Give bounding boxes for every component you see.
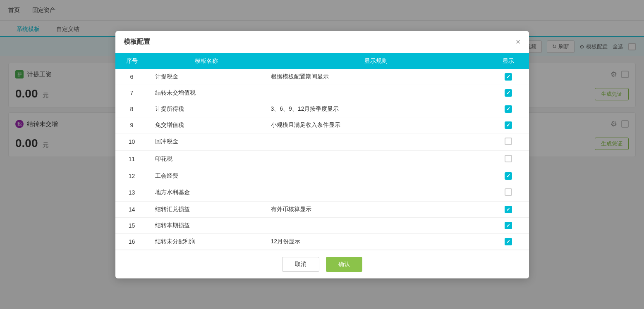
row-name: 免交增值税 (148, 117, 264, 133)
row-rule: 3、6、9、12月按季度显示 (264, 101, 488, 117)
row-id: 8 (115, 101, 148, 117)
row-checkbox[interactable] (505, 206, 512, 213)
modal-overlay: 模板配置 × 序号 模板名称 显示规则 显示 6计提税金根据模板配置期间显 (0, 0, 644, 309)
row-rule (264, 217, 488, 233)
col-header-display: 显示 (488, 53, 529, 69)
col-header-name: 模板名称 (148, 53, 264, 69)
row-checkbox[interactable] (505, 73, 512, 81)
row-rule: 根据模板配置期间显示 (264, 69, 488, 85)
row-id: 6 (115, 69, 148, 85)
row-rule: 有外币核算显示 (264, 201, 488, 217)
row-checkbox-cell (488, 101, 529, 117)
table-row: 15结转本期损益 (115, 217, 529, 233)
config-table: 序号 模板名称 显示规则 显示 6计提税金根据模板配置期间显示7结转未交增值税8… (115, 53, 529, 250)
row-checkbox[interactable] (505, 172, 512, 180)
table-row: 14结转汇兑损益有外币核算显示 (115, 201, 529, 217)
row-checkbox[interactable] (505, 188, 512, 196)
cancel-button[interactable]: 取消 (282, 257, 319, 272)
row-checkbox-cell (488, 217, 529, 233)
row-id: 14 (115, 201, 148, 217)
row-rule: 小规模且满足收入条件显示 (264, 117, 488, 133)
row-checkbox-cell (488, 133, 529, 150)
row-checkbox-cell (488, 201, 529, 217)
row-rule (264, 85, 488, 101)
row-name: 结转未分配利润 (148, 233, 264, 250)
table-row: 12工会经费 (115, 168, 529, 184)
table-row: 13地方水利基金 (115, 184, 529, 201)
table-row: 16结转未分配利润12月份显示 (115, 233, 529, 250)
row-id: 13 (115, 184, 148, 201)
row-checkbox-cell (488, 184, 529, 201)
row-id: 10 (115, 133, 148, 150)
table-row: 10回冲税金 (115, 133, 529, 150)
row-checkbox-cell (488, 150, 529, 168)
table-row: 7结转未交增值税 (115, 85, 529, 101)
table-row: 8计提所得税3、6、9、12月按季度显示 (115, 101, 529, 117)
confirm-button[interactable]: 确认 (326, 257, 362, 272)
row-checkbox[interactable] (505, 138, 512, 145)
row-id: 9 (115, 117, 148, 133)
row-rule (264, 168, 488, 184)
row-id: 7 (115, 85, 148, 101)
row-checkbox[interactable] (505, 89, 512, 97)
modal-header: 模板配置 × (115, 31, 529, 53)
row-checkbox-cell (488, 69, 529, 85)
row-rule (264, 184, 488, 201)
row-rule (264, 150, 488, 168)
row-name: 印花税 (148, 150, 264, 168)
table-row: 9免交增值税小规模且满足收入条件显示 (115, 117, 529, 133)
modal-title: 模板配置 (124, 38, 150, 46)
row-checkbox[interactable] (505, 121, 512, 129)
row-name: 计提税金 (148, 69, 264, 85)
table-wrapper[interactable]: 序号 模板名称 显示规则 显示 6计提税金根据模板配置期间显示7结转未交增值税8… (115, 53, 529, 250)
row-checkbox-cell (488, 85, 529, 101)
modal-footer: 取消 确认 (115, 250, 529, 278)
row-rule (264, 133, 488, 150)
row-id: 12 (115, 168, 148, 184)
row-checkbox[interactable] (505, 105, 512, 113)
row-name: 地方水利基金 (148, 184, 264, 201)
row-id: 11 (115, 150, 148, 168)
row-rule: 12月份显示 (264, 233, 488, 250)
row-name: 工会经费 (148, 168, 264, 184)
row-checkbox-cell (488, 117, 529, 133)
row-checkbox[interactable] (505, 238, 512, 245)
table-body: 6计提税金根据模板配置期间显示7结转未交增值税8计提所得税3、6、9、12月按季… (115, 69, 529, 250)
row-id: 16 (115, 233, 148, 250)
row-name: 结转本期损益 (148, 217, 264, 233)
modal-close-button[interactable]: × (516, 38, 521, 46)
table-row: 11印花税 (115, 150, 529, 168)
modal-body: 序号 模板名称 显示规则 显示 6计提税金根据模板配置期间显示7结转未交增值税8… (115, 53, 529, 250)
row-name: 回冲税金 (148, 133, 264, 150)
row-name: 结转未交增值税 (148, 85, 264, 101)
col-header-id: 序号 (115, 53, 148, 69)
row-checkbox[interactable] (505, 155, 512, 162)
table-header-row: 序号 模板名称 显示规则 显示 (115, 53, 529, 69)
row-checkbox-cell (488, 168, 529, 184)
col-header-rule: 显示规则 (264, 53, 488, 69)
row-name: 计提所得税 (148, 101, 264, 117)
row-id: 15 (115, 217, 148, 233)
row-name: 结转汇兑损益 (148, 201, 264, 217)
table-row: 6计提税金根据模板配置期间显示 (115, 69, 529, 85)
template-config-modal: 模板配置 × 序号 模板名称 显示规则 显示 6计提税金根据模板配置期间显 (115, 31, 529, 278)
row-checkbox-cell (488, 233, 529, 250)
row-checkbox[interactable] (505, 222, 512, 229)
